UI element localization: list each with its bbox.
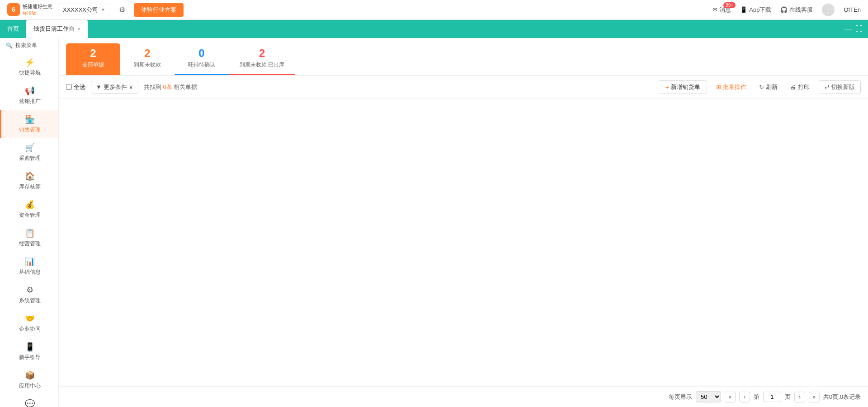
new-sales-order-button[interactable]: + 新增销货单 — [659, 80, 707, 94]
filter-icon: ▼ — [96, 84, 102, 90]
quick-nav-icon: ⚡ — [25, 57, 35, 67]
sidebar-item-inventory[interactable]: 🏠 库存核算 — [0, 167, 58, 195]
headset-icon: 🎧 — [780, 6, 788, 13]
user-avatar[interactable] — [822, 4, 835, 16]
stat-all-count: 2 — [77, 47, 109, 60]
company-name: XXXXXX公司 — [63, 6, 98, 14]
chevron-filter-icon: ∨ — [129, 84, 133, 90]
print-icon: 🖨 — [790, 84, 796, 90]
message-badge: 99+ — [723, 2, 736, 8]
refresh-icon: ↻ — [759, 84, 764, 90]
page-suffix-label: 页 — [785, 393, 791, 401]
app-name: 畅捷通好生意 标准版 — [23, 3, 52, 16]
switch-icon: ⇄ — [825, 84, 830, 90]
sidebar-item-app-center[interactable]: 📦 应用中心 — [0, 366, 58, 394]
filter-button[interactable]: ▼ 更多条件 ∨ — [91, 81, 138, 94]
switch-label: 切换新版 — [831, 83, 855, 91]
sidebar-item-label: 应用中心 — [19, 382, 41, 390]
found-text: 共找到 0条 相关单据 — [144, 83, 197, 91]
sidebar-item-label: 销售管理 — [19, 126, 41, 134]
sidebar-item-sales[interactable]: 🏪 销售管理 — [0, 110, 58, 138]
settings-icon[interactable]: ⚙ — [116, 4, 128, 16]
sidebar-item-quick-nav[interactable]: ⚡ 快捷导航 — [0, 53, 58, 81]
switch-version-button[interactable]: ⇄ 切换新版 — [819, 80, 861, 94]
page-number-input[interactable] — [763, 392, 781, 402]
logo-area: 6 畅捷通好生意 标准版 — [7, 3, 52, 16]
batch-label: 批量操作 — [723, 83, 746, 91]
sidebar-item-label: 采购管理 — [19, 154, 41, 162]
message-icon: ✉ — [712, 6, 717, 13]
stat-tab-overdue[interactable]: 2 到期未收款 — [120, 43, 175, 75]
search-menu-label: 搜索菜单 — [15, 42, 37, 49]
print-label: 打印 — [798, 83, 810, 91]
trial-button[interactable]: 体验行业方案 — [134, 3, 184, 17]
message-action[interactable]: ✉ 消息 99+ — [712, 6, 731, 14]
app-download-label: App下载 — [749, 6, 771, 14]
stat-unshipped-count: 2 — [240, 47, 284, 60]
inventory-icon: 🏠 — [25, 171, 35, 181]
sidebar-item-label: 库存核算 — [19, 183, 41, 191]
filter-btn-label: 更多条件 — [104, 83, 127, 91]
enterprise-wx-icon: 💬 — [25, 399, 35, 407]
tab-active[interactable]: 钱货日清工作台 × — [26, 20, 88, 38]
app-logo-text: 畅捷通好生意 — [23, 3, 52, 9]
content-area: 2 全部单据 2 到期未收款 0 旺铺待确认 2 到期未收款 已出库 全选 — [59, 38, 868, 407]
purchase-icon: 🛒 — [25, 143, 35, 153]
select-all-checkbox[interactable]: 全选 — [66, 83, 85, 91]
app-center-icon: 📦 — [25, 370, 35, 380]
next-page-button[interactable]: › — [794, 392, 805, 402]
stats-tabs: 2 全部单据 2 到期未收款 0 旺铺待确认 2 到期未收款 已出库 — [59, 38, 868, 75]
enterprise-coop-icon: 🤝 — [25, 313, 35, 323]
online-service-label: 在线客服 — [789, 6, 813, 14]
marketing-icon: 📢 — [25, 86, 35, 96]
company-selector[interactable]: XXXXXX公司 ▼ — [58, 4, 110, 16]
sidebar-item-beginner[interactable]: 📱 新手引导 — [0, 337, 58, 366]
first-page-button[interactable]: « — [725, 392, 736, 402]
stat-tab-wangwang[interactable]: 0 旺铺待确认 — [175, 43, 229, 75]
operation-icon: 📋 — [25, 228, 35, 238]
top-nav-right: ✉ 消息 99+ 📱 App下载 🎧 在线客服 OfTEn — [712, 4, 861, 16]
tab-close-icon[interactable]: × — [77, 26, 80, 32]
system-icon: ⚙ — [26, 285, 33, 295]
batch-icon: ⊞ — [716, 84, 721, 90]
select-all-input[interactable] — [66, 84, 72, 90]
sidebar-item-purchase[interactable]: 🛒 采购管理 — [0, 138, 58, 167]
sidebar-item-label: 经营管理 — [19, 240, 41, 248]
sidebar-item-marketing[interactable]: 📢 营销推广 — [0, 81, 58, 110]
print-button[interactable]: 🖨 打印 — [787, 81, 813, 93]
refresh-button[interactable]: ↻ 刷新 — [755, 81, 781, 93]
stat-tab-all[interactable]: 2 全部单据 — [66, 43, 120, 75]
stat-overdue-label: 到期未收款 — [131, 61, 164, 69]
sidebar-item-system[interactable]: ⚙ 系统管理 — [0, 281, 58, 309]
stat-overdue-count: 2 — [131, 47, 164, 60]
per-page-label: 每页显示 — [669, 393, 692, 401]
toolbar-right: + 新增销货单 ⊞ 批量操作 ↻ 刷新 🖨 打印 ⇄ 切换新版 — [659, 80, 861, 94]
tab-bar: 首页 钱货日清工作台 × — ⛶ — [0, 20, 868, 38]
online-service-action[interactable]: 🎧 在线客服 — [780, 6, 813, 14]
last-page-button[interactable]: » — [809, 392, 820, 402]
found-suffix: 相关单据 — [174, 84, 197, 90]
top-nav: 6 畅捷通好生意 标准版 XXXXXX公司 ▼ ⚙ 体验行业方案 ✉ 消息 99… — [0, 0, 868, 20]
finance-icon: 💰 — [25, 200, 35, 210]
tab-home[interactable]: 首页 — [0, 20, 26, 38]
sidebar-item-label: 营销推广 — [19, 98, 41, 105]
sidebar-item-enterprise-coop[interactable]: 🤝 企业协同 — [0, 309, 58, 337]
top-nav-left: 6 畅捷通好生意 标准版 XXXXXX公司 ▼ ⚙ 体验行业方案 — [7, 3, 184, 17]
page-label: 第 — [754, 393, 760, 401]
minimize-icon[interactable]: — — [844, 25, 852, 33]
app-download-action[interactable]: 📱 App下载 — [740, 6, 771, 14]
sidebar-item-operation[interactable]: 📋 经营管理 — [0, 224, 58, 252]
stat-unshipped-label: 到期未收款 已出库 — [240, 61, 284, 69]
expand-icon[interactable]: ⛶ — [855, 25, 863, 33]
batch-operation-button[interactable]: ⊞ 批量操作 — [712, 81, 750, 93]
sidebar-item-basic-info[interactable]: 📊 基础信息 — [0, 252, 58, 281]
stat-wangwang-label: 旺铺待确认 — [185, 61, 218, 69]
sidebar-item-finance[interactable]: 💰 资金管理 — [0, 195, 58, 224]
prev-page-button[interactable]: ‹ — [739, 392, 750, 402]
stat-tab-unshipped[interactable]: 2 到期未收款 已出库 — [229, 43, 295, 75]
table-area — [59, 99, 868, 386]
per-page-select[interactable]: 50 20 100 — [696, 391, 721, 402]
sidebar-search[interactable]: 🔍 搜索菜单 — [0, 38, 58, 53]
app-logo-icon: 6 — [7, 3, 20, 16]
sidebar-item-enterprise-wx[interactable]: 💬 企业微信 — [0, 394, 58, 407]
